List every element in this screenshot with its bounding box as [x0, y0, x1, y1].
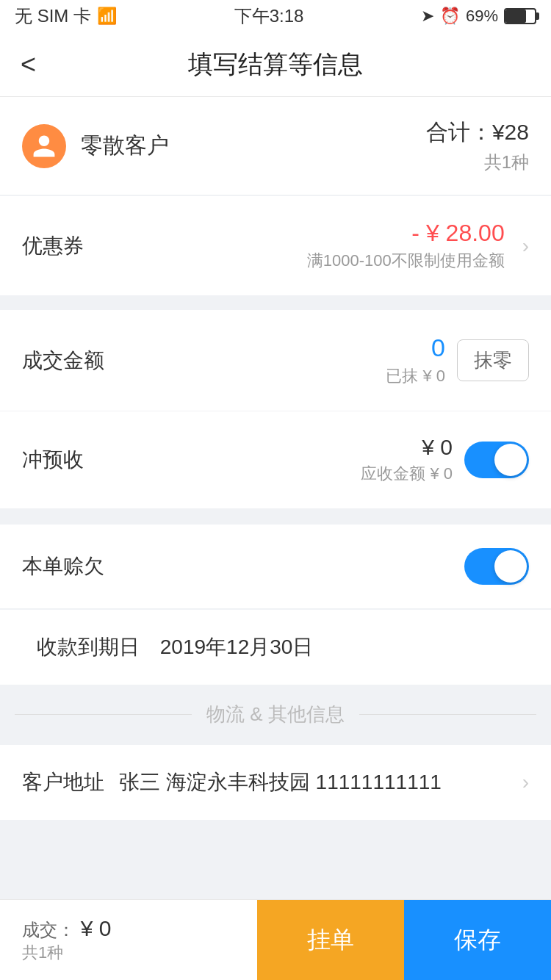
- coupon-row[interactable]: 优惠券 - ¥ 28.00 满1000-100不限制使用金额 ›: [0, 196, 551, 295]
- location-icon: ➤: [421, 7, 434, 26]
- status-left: 无 SIM 卡 📶: [15, 4, 117, 28]
- prepayment-sub: 应收金额 ¥ 0: [361, 463, 453, 485]
- due-date-label: 收款到期日: [37, 635, 140, 658]
- transaction-row: 成交金额 0 已抹 ¥ 0 抹零: [0, 310, 551, 411]
- customer-avatar: [22, 124, 66, 168]
- logistics-divider: 物流 & 其他信息: [0, 685, 551, 743]
- bottom-deal-label: 成交：: [22, 920, 75, 940]
- total-amount: 合计：¥28: [426, 118, 529, 148]
- bottom-info: 成交： ¥ 0 共1种: [0, 916, 257, 964]
- chevron-right-icon: ›: [522, 234, 529, 258]
- address-value: 张三 海淀永丰科技园 11111111111: [119, 768, 516, 796]
- alarm-icon: ⏰: [440, 7, 460, 26]
- status-right: ➤ ⏰ 69%: [421, 7, 536, 26]
- prepayment-row: 冲预收 ¥ 0 应收金额 ¥ 0: [0, 411, 551, 508]
- bottom-deal-row: 成交： ¥ 0: [22, 916, 235, 942]
- total-count: 共1种: [426, 151, 529, 174]
- round-up-button[interactable]: 抹零: [457, 339, 529, 381]
- debit-section: 本单赊欠 收款到期日 2019年12月30日: [0, 525, 551, 685]
- debit-toggle[interactable]: [464, 548, 529, 585]
- toggle-knob: [494, 444, 527, 476]
- bottom-bar: 成交： ¥ 0 共1种 挂单 保存: [0, 899, 551, 980]
- debit-row: 本单赊欠: [0, 525, 551, 609]
- address-row[interactable]: 客户地址 张三 海淀永丰科技园 11111111111 ›: [0, 745, 551, 820]
- divider-line-right: [359, 714, 536, 715]
- transaction-section: 成交金额 0 已抹 ¥ 0 抹零 冲预收 ¥ 0 应收金额 ¥ 0: [0, 310, 551, 508]
- battery-percent: 69%: [466, 7, 498, 26]
- status-bar: 无 SIM 卡 📶 下午3:18 ➤ ⏰ 69%: [0, 0, 551, 32]
- due-date-value: 2019年12月30日: [160, 635, 314, 658]
- bottom-count: 共1种: [22, 942, 235, 964]
- bottom-amounts: 成交： ¥ 0 共1种: [22, 916, 235, 964]
- prepayment-toggle[interactable]: [464, 442, 529, 478]
- nav-bar: < 填写结算等信息: [0, 32, 551, 97]
- coupon-label: 优惠券: [22, 232, 84, 260]
- already-rounded: 已抹 ¥ 0: [386, 365, 445, 387]
- coupon-section: 优惠券 - ¥ 28.00 满1000-100不限制使用金额 ›: [0, 196, 551, 295]
- address-label: 客户地址: [22, 768, 104, 796]
- debit-right: [104, 548, 529, 585]
- transaction-label: 成交金额: [22, 347, 104, 375]
- transaction-right: 0 已抹 ¥ 0 抹零: [104, 334, 529, 387]
- page-title: 填写结算等信息: [188, 48, 363, 82]
- back-button[interactable]: <: [21, 49, 36, 80]
- debit-label: 本单赊欠: [22, 552, 104, 580]
- prepayment-value: ¥ 0: [361, 435, 453, 460]
- due-date-row: 收款到期日 2019年12月30日: [0, 609, 551, 685]
- coupon-right: - ¥ 28.00 满1000-100不限制使用金额 ›: [84, 220, 529, 272]
- coupon-value-block: - ¥ 28.00 满1000-100不限制使用金额: [307, 220, 505, 272]
- logistics-label: 物流 & 其他信息: [206, 702, 345, 727]
- address-chevron-icon: ›: [522, 771, 529, 794]
- prepayment-right: ¥ 0 应收金额 ¥ 0: [84, 435, 529, 485]
- user-icon: [31, 133, 57, 159]
- coupon-amount: - ¥ 28.00: [307, 220, 505, 247]
- battery-icon: [504, 8, 536, 24]
- main-content: 零散客户 合计：¥28 共1种 优惠券 - ¥ 28.00 满1000-100不…: [0, 97, 551, 980]
- address-section: 客户地址 张三 海淀永丰科技园 11111111111 ›: [0, 745, 551, 820]
- status-time: 下午3:18: [234, 4, 304, 28]
- divider-line-left: [15, 714, 192, 715]
- prepayment-label: 冲预收: [22, 446, 84, 474]
- bottom-amount: ¥ 0: [81, 916, 112, 940]
- customer-section: 零散客户 合计：¥28 共1种: [0, 97, 551, 195]
- section-divider-1: [0, 295, 551, 310]
- section-divider-2: [0, 508, 551, 523]
- transaction-value-block: 0 已抹 ¥ 0: [386, 334, 445, 387]
- debit-toggle-knob: [494, 550, 527, 583]
- wifi-icon: 📶: [97, 7, 117, 26]
- customer-total: 合计：¥28 共1种: [426, 118, 529, 174]
- hang-button[interactable]: 挂单: [257, 900, 404, 981]
- coupon-desc: 满1000-100不限制使用金额: [307, 250, 505, 272]
- save-button[interactable]: 保存: [404, 900, 551, 981]
- carrier-text: 无 SIM 卡: [15, 4, 91, 28]
- transaction-value: 0: [386, 334, 445, 362]
- customer-name: 零散客户: [81, 131, 169, 161]
- customer-left: 零散客户: [22, 124, 169, 168]
- prepayment-value-block: ¥ 0 应收金额 ¥ 0: [361, 435, 453, 485]
